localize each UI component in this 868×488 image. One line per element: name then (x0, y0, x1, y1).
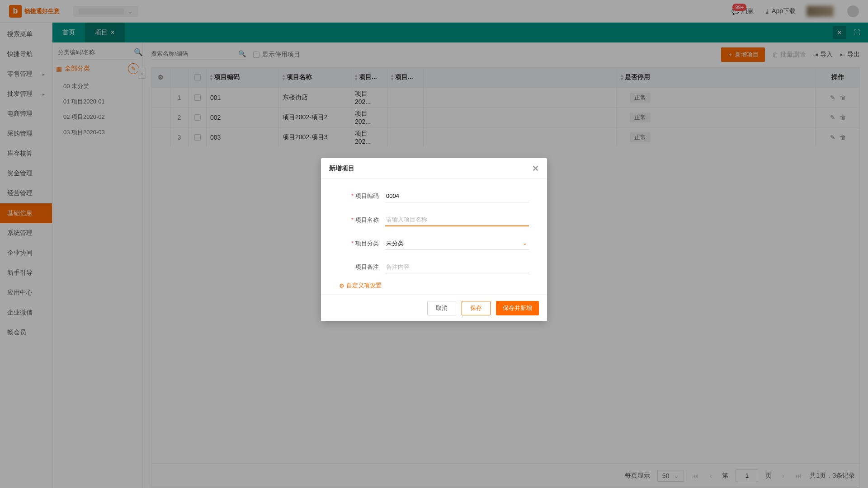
input-code[interactable] (385, 190, 529, 202)
label-name: 项目名称 (355, 216, 379, 223)
label-cat: 项目分类 (355, 240, 379, 247)
label-note: 项目备注 (355, 263, 379, 270)
input-note[interactable] (385, 261, 529, 273)
modal-overlay: 新增项目 ✕ *项目编码 *项目名称 *项目分类 ⌄ 项目备注 (0, 0, 868, 488)
add-project-dialog: 新增项目 ✕ *项目编码 *项目名称 *项目分类 ⌄ 项目备注 (321, 158, 547, 321)
select-category[interactable] (385, 237, 529, 250)
save-button[interactable]: 保存 (462, 301, 491, 315)
gear-icon: ⚙ (339, 282, 344, 289)
cancel-button[interactable]: 取消 (427, 301, 456, 315)
custom-fields-link[interactable]: ⚙ 自定义项设置 (339, 282, 529, 290)
chevron-down-icon: ⌄ (523, 240, 527, 246)
input-name[interactable] (385, 213, 529, 226)
label-code: 项目编码 (355, 192, 379, 199)
dialog-title: 新增项目 (329, 164, 354, 173)
custom-fields-label: 自定义项设置 (346, 282, 382, 290)
close-icon[interactable]: ✕ (532, 164, 539, 174)
save-and-new-button[interactable]: 保存并新增 (496, 301, 539, 315)
